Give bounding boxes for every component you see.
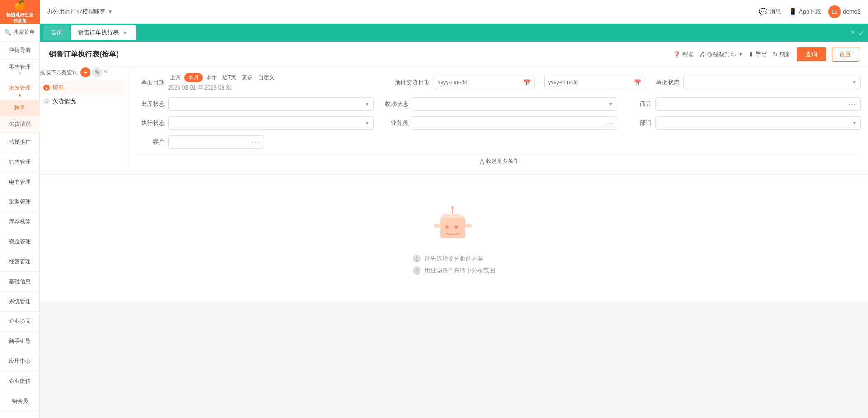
logo[interactable]: 🍊 畅捷通好生意 标准版 (0, 0, 40, 24)
user-profile[interactable]: Ea demo2 (828, 5, 861, 18)
tip-num-1: 1 (413, 255, 421, 263)
customer-input[interactable]: ··· (168, 135, 264, 149)
goods-input[interactable]: ··· (655, 97, 861, 111)
dept-label: 部门 (624, 119, 651, 127)
tab-home[interactable]: 首页 (43, 25, 70, 40)
topbar-left: 办公用品行业模拟账套 ▼ (47, 8, 113, 16)
search-menu[interactable]: 🔍 搜索菜单 (0, 24, 40, 42)
collapse-plan-btn[interactable]: « (104, 67, 108, 77)
salesman-more-icon[interactable]: ··· (605, 119, 613, 127)
tab-sales-execution[interactable]: 销售订单执行表 × (71, 25, 136, 40)
window-close-btn[interactable]: × (851, 28, 855, 37)
empty-tip-2: 2 用过滤条件来缩小分析范围 (413, 266, 495, 275)
plan-item-label: 按单 (52, 84, 64, 92)
filter-row-4: 客户 ··· (137, 135, 861, 149)
expected-date-to-input[interactable] (548, 79, 589, 86)
sidebar-item-label: 企业微信 (9, 377, 31, 385)
edit-icon: ✎ (94, 69, 100, 76)
expected-date-label: 预计交货日期 (395, 78, 430, 86)
message-btn[interactable]: 💬 消息 (759, 8, 781, 16)
sidebar-item-finance[interactable]: 资金管理 (0, 232, 40, 252)
tab-close-icon[interactable]: × (122, 29, 129, 36)
sidebar-item-apps[interactable]: 应用中心 (0, 352, 40, 371)
print-dropdown-icon: ▼ (738, 52, 743, 57)
sidebar-item-collab[interactable]: 企业协同 (0, 312, 40, 332)
export-btn[interactable]: ⬇ 导出 (749, 50, 767, 58)
setting-button[interactable]: 设置 (832, 47, 859, 62)
plan-item-press-order[interactable]: ● 按单 (40, 81, 124, 95)
exec-status-label: 执行状态 (137, 119, 165, 127)
expected-date-from[interactable]: 📅 (434, 76, 534, 89)
svg-rect-0 (440, 218, 465, 238)
salesman-input[interactable]: ··· (412, 116, 618, 130)
sidebar-item-sales[interactable]: 销售管理 (0, 152, 40, 172)
goods-more-icon[interactable]: ··· (849, 100, 857, 108)
content-area: 销售订单执行表(按单) ❓ 帮助 🖨 按模板打印 ▼ ⬇ 导出 ↻ 刷新 (40, 42, 868, 418)
filter-field-dept: 部门 ▼ (624, 116, 861, 130)
quick-nav-label: 快捷导航 (9, 47, 31, 54)
sidebar-item-press-order[interactable]: 按单 (0, 100, 40, 116)
company-selector[interactable]: 办公用品行业模拟账套 ▼ (47, 8, 113, 16)
window-maximize-btn[interactable]: ⤢ (859, 28, 864, 37)
collapse-filter-btn[interactable]: ⋀ 收起更多条件 (137, 154, 861, 168)
customer-more-icon[interactable]: ··· (252, 138, 260, 146)
query-button[interactable]: 查询 (797, 48, 826, 61)
date-shortcut-more[interactable]: 更多 (240, 73, 255, 82)
sidebar-item-system[interactable]: 系统管理 (0, 292, 40, 312)
sidebar-item-inventory[interactable]: 库存核算 (0, 212, 40, 232)
refresh-icon: ↻ (773, 51, 778, 58)
sidebar-item-purchase[interactable]: 采购管理 (0, 192, 40, 212)
svg-rect-5 (434, 224, 440, 228)
edit-plan-btn[interactable]: ✎ (92, 67, 102, 77)
delivery-status-dropdown[interactable]: ▼ (168, 97, 374, 111)
sidebar-item-ecommerce[interactable]: 电商管理 (0, 172, 40, 192)
sidebar-item-operation[interactable]: 经营管理 (0, 252, 40, 272)
expected-date-to[interactable]: 📅 (544, 76, 645, 89)
date-shortcut-this-year[interactable]: 本年 (204, 73, 219, 82)
quick-nav[interactable]: 快捷导航 (0, 42, 40, 60)
help-btn[interactable]: ❓ 帮助 (673, 50, 694, 58)
add-plan-btn[interactable]: + (80, 67, 90, 77)
refresh-btn[interactable]: ↻ 刷新 (773, 50, 791, 58)
date-shortcut-this-month[interactable]: 本月 (184, 73, 203, 82)
date-shortcut-last-month[interactable]: 上月 (168, 73, 183, 82)
doc-status-dropdown[interactable]: ▼ (683, 76, 861, 89)
exec-status-dropdown[interactable]: ▼ (168, 116, 374, 130)
print-label: 按模板打印 (707, 50, 736, 58)
sidebar-item-member[interactable]: 畅会员 (0, 391, 40, 411)
sidebar-item-newbie[interactable]: 新手引导 (0, 332, 40, 352)
plan-item-owe-goods[interactable]: ○ 欠货情况 (40, 95, 124, 108)
sidebar-item-wholesale[interactable]: 批发管理 ▲ (0, 80, 40, 100)
logo-text: 畅捷通好生意 (6, 12, 33, 18)
sidebar-item-label: 经营管理 (9, 258, 31, 266)
dept-dropdown[interactable]: ▼ (655, 116, 861, 130)
salesman-label: 业务员 (381, 119, 408, 127)
sidebar-item-label: 营销推广 (9, 138, 31, 146)
sidebar-item-owe-goods[interactable]: 欠货情况 (0, 116, 40, 133)
svg-point-4 (451, 206, 454, 209)
app-download-btn[interactable]: 📱 App下载 (788, 8, 821, 16)
tabbar: 首页 销售订单执行表 × × ⤢ (40, 24, 868, 42)
payment-status-dropdown[interactable]: ▼ (412, 97, 618, 111)
page-actions: ❓ 帮助 🖨 按模板打印 ▼ ⬇ 导出 ↻ 刷新 查询 设置 (673, 47, 859, 62)
help-label: 帮助 (682, 50, 694, 58)
print-btn[interactable]: 🖨 按模板打印 ▼ (699, 50, 743, 58)
tip-text-2: 用过滤条件来缩小分析范围 (425, 266, 495, 275)
date-shortcut-7days[interactable]: 近7天 (221, 73, 238, 82)
date-shortcut-custom[interactable]: 自定义 (256, 73, 276, 82)
sidebar-item-label: 欠货情况 (9, 120, 31, 128)
sidebar-item-retail[interactable]: 零售管理 ▼ (0, 60, 40, 80)
sidebar-item-label: 畅会员 (12, 397, 28, 405)
sidebar-item-label: 企业协同 (9, 318, 31, 325)
sidebar-item-label: 零售管理 (9, 63, 31, 71)
customer-label: 客户 (137, 138, 165, 146)
expected-date-from-input[interactable] (438, 79, 478, 86)
collapse-up-icon: ⋀ (480, 158, 484, 165)
filter-row-3: 执行状态 ▼ 业务员 ··· (137, 116, 861, 130)
sidebar-item-basic[interactable]: 基础信息 (0, 272, 40, 292)
sidebar-item-wechat[interactable]: 企业微信 (0, 371, 40, 391)
sidebar-item-marketing[interactable]: 营销推广 (0, 133, 40, 152)
goods-label: 商品 (624, 100, 651, 108)
empty-state: 1 请先选择要分析的方案 2 用过滤条件来缩小分析范围 (40, 175, 868, 302)
topbar-right: 💬 消息 📱 App下载 Ea demo2 (759, 5, 861, 18)
